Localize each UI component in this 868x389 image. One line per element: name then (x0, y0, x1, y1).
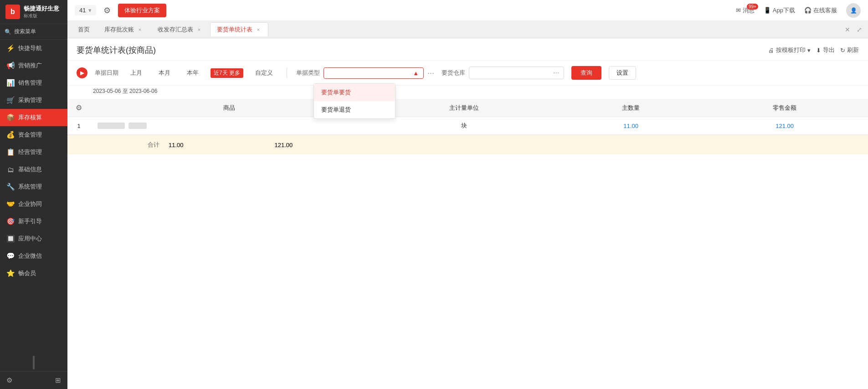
tab-receive-summary[interactable]: 收发存汇总表 × (151, 22, 209, 36)
date-btn-last-month[interactable]: 上月 (126, 67, 147, 78)
sidebar-item-app-center[interactable]: 🔲 应用中心 (0, 230, 67, 247)
marketing-icon: 📢 (6, 61, 15, 70)
tab-receive-close-icon[interactable]: × (196, 26, 202, 33)
sidebar-item-finance[interactable]: 💰 资金管理 (0, 126, 67, 143)
basic-icon: 🗂 (6, 166, 15, 174)
service-icon: 🎧 (804, 7, 812, 14)
dropdown-item-0[interactable]: 要货单要货 (314, 84, 395, 101)
sidebar-item-label: 企业协同 (18, 200, 42, 208)
sidebar-item-enterprise[interactable]: 🤝 企业协同 (0, 195, 67, 213)
member-icon: ⭐ (6, 269, 15, 277)
inventory-icon: 📦 (6, 113, 15, 122)
sidebar-item-wechat[interactable]: 💬 企业微信 (0, 247, 67, 265)
warehouse-dots-icon[interactable]: ··· (553, 69, 559, 77)
skeleton-2 (128, 123, 147, 129)
app-download-action[interactable]: 📱 App下载 (764, 6, 795, 15)
page-header: 要货单统计表(按商品) 🖨 按模板打印 ▾ ⬇ 导出 ↻ 刷新 (67, 38, 868, 61)
online-service-action[interactable]: 🎧 在线客服 (804, 6, 837, 15)
sidebar-item-purchase[interactable]: 🛒 采购管理 (0, 92, 67, 109)
sidebar-item-label: 营销推广 (18, 61, 42, 70)
store-chevron-icon: ▾ (88, 7, 92, 14)
app-logo-icon: b (5, 5, 20, 19)
sidebar-item-inventory[interactable]: 📦 库存核算 (0, 109, 67, 126)
sidebar-item-label: 经营管理 (18, 148, 42, 156)
date-custom-btn[interactable]: 自定义 (251, 67, 277, 78)
col-quantity: 主数量 (560, 99, 701, 117)
sidebar-item-label: 采购管理 (18, 96, 42, 104)
col-settings-icon[interactable]: ⚙ (75, 103, 83, 112)
sidebar-item-marketing[interactable]: 📢 营销推广 (0, 57, 67, 74)
query-btn[interactable]: 查询 (571, 66, 601, 80)
table-container: ⚙ 商品 主计量单位 主数量 零售金额 1 (67, 99, 868, 135)
date-range-display: 2023-05-06 至 2023-06-06 (67, 86, 868, 99)
badge-more: 更多 (229, 70, 240, 76)
online-service-label: 在线客服 (813, 6, 837, 15)
tab-order-close-icon[interactable]: × (255, 26, 262, 33)
sidebar-item-basic[interactable]: 🗂 基础信息 (0, 161, 67, 178)
type-filter-group: 单据类型 ▲ ··· (296, 67, 434, 79)
refresh-icon: ↻ (840, 47, 845, 54)
sidebar-item-operation[interactable]: 📋 经营管理 (0, 143, 67, 161)
trial-btn[interactable]: 体验行业方案 (118, 4, 166, 17)
export-btn[interactable]: ⬇ 导出 (816, 46, 835, 54)
wechat-icon: 💬 (6, 252, 15, 260)
sidebar-item-label: 应用中心 (18, 235, 42, 243)
dropdown-item-1[interactable]: 要货单退货 (314, 101, 395, 118)
tab-close-all-btn[interactable]: ✕ (842, 25, 853, 35)
print-btn[interactable]: 🖨 按模板打印 ▾ (768, 46, 811, 54)
warehouse-filter-group: 要货仓库 ··· (442, 67, 564, 79)
quick-nav-icon: ⚡ (6, 44, 15, 52)
message-badge: 99+ (747, 4, 758, 10)
sidebar-nav: ⚡ 快捷导航 📢 营销推广 📊 销售管理 🛒 采购管理 📦 库存核算 💰 资金管… (0, 40, 67, 354)
store-selector[interactable]: 41 ▾ (75, 5, 96, 15)
tab-receive-label: 收发存汇总表 (158, 26, 193, 34)
warehouse-select[interactable]: ··· (469, 67, 564, 79)
search-label: 搜索菜单 (14, 28, 36, 36)
sales-icon: 📊 (6, 79, 15, 87)
operation-icon: 📋 (6, 148, 15, 156)
refresh-btn[interactable]: ↻ 刷新 (840, 46, 859, 54)
sidebar-item-label: 系统管理 (18, 183, 42, 191)
date-range-badge[interactable]: 近7天 更多 (211, 68, 243, 78)
filter-more-icon[interactable]: ··· (427, 68, 434, 78)
sidebar-item-member[interactable]: ⭐ 畅会员 (0, 265, 67, 282)
date-btn-this-month[interactable]: 本月 (154, 67, 175, 78)
header-settings-icon[interactable]: ⚙ (103, 5, 111, 15)
sidebar-item-label: 基础信息 (18, 165, 42, 174)
sidebar-item-guide[interactable]: 🎯 新手引导 (0, 213, 67, 230)
brand-name: 畅捷通好生意 (24, 5, 59, 13)
sidebar-item-sales[interactable]: 📊 销售管理 (0, 74, 67, 92)
filter-toggle-btn[interactable]: ▶ (77, 67, 87, 78)
tab-batch-close-icon[interactable]: × (137, 26, 143, 33)
sidebar-scrollbar-thumb (33, 356, 35, 369)
product-skeleton (98, 123, 361, 129)
sidebar-item-label: 新手引导 (18, 217, 42, 225)
type-select[interactable]: ▲ (324, 67, 424, 79)
type-chevron-up-icon: ▲ (413, 70, 419, 77)
sidebar-item-label: 企业微信 (18, 252, 42, 260)
date-range-text: 2023-05-06 至 2023-06-06 (93, 88, 157, 94)
sidebar-item-quick-nav[interactable]: ⚡ 快捷导航 (0, 40, 67, 57)
footer-values: 11.00 121.00 (169, 142, 293, 148)
sidebar-collapse-icon[interactable]: ⊞ (55, 376, 61, 384)
tab-expand-btn[interactable]: ⤢ (854, 25, 864, 35)
message-action[interactable]: ✉ 消息 99+ (736, 6, 755, 15)
print-icon: 🖨 (768, 47, 774, 54)
sidebar-item-system[interactable]: 🔧 系统管理 (0, 178, 67, 195)
tab-batch-account[interactable]: 库存批次账 × (98, 22, 150, 36)
type-select-input[interactable] (329, 70, 411, 77)
filter-settings-btn[interactable]: 设置 (609, 66, 636, 80)
sidebar-search[interactable]: 🔍 搜索菜单 (0, 24, 67, 40)
warehouse-input[interactable] (474, 70, 550, 77)
user-avatar[interactable]: 👤 (846, 3, 861, 18)
download-icon: 📱 (764, 7, 771, 14)
date-btn-this-year[interactable]: 本年 (182, 67, 203, 78)
tab-home[interactable]: 首页 (71, 22, 97, 36)
row-quantity-link[interactable]: 11.00 (623, 123, 638, 129)
sidebar-item-label: 库存核算 (18, 113, 42, 122)
row-amount-link[interactable]: 121.00 (776, 123, 794, 129)
sidebar-settings-icon[interactable]: ⚙ (6, 376, 12, 384)
page-title: 要货单统计表(按商品) (77, 45, 156, 56)
tab-order-stats[interactable]: 要货单统计表 × (210, 22, 268, 36)
enterprise-icon: 🤝 (6, 200, 15, 208)
